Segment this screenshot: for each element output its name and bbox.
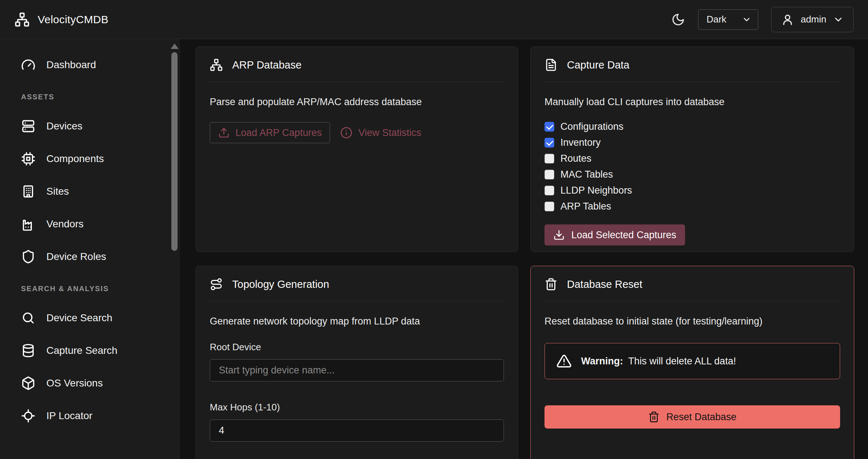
sidebar-item-device-search[interactable]: Device Search: [21, 307, 180, 328]
checkbox-label: LLDP Neighbors: [560, 185, 632, 196]
user-icon: [781, 13, 794, 26]
warning-message: This will delete ALL data!: [628, 356, 736, 367]
card-arp-database: ARP Database Parse and populate ARP/MAC …: [196, 46, 518, 252]
max-hops-label: Max Hops (1-10): [210, 402, 504, 413]
sidebar-section-search-analysis: SEARCH & ANALYSIS: [21, 285, 180, 293]
card-capture-data: Capture Data Manually load CLI captures …: [530, 46, 854, 252]
warning-banner: Warning:This will delete ALL data!: [544, 343, 840, 379]
card-database-reset: Database Reset Reset database to initial…: [530, 266, 854, 459]
sidebar-item-components[interactable]: Components: [21, 148, 180, 169]
moon-icon[interactable]: [671, 13, 685, 26]
search-icon: [21, 311, 36, 325]
sidebar-item-vendors[interactable]: Vendors: [21, 214, 180, 235]
checkbox-row-mac-tables[interactable]: MAC Tables: [544, 166, 840, 182]
chevron-down-icon: [742, 15, 751, 24]
sidebar-item-label: Devices: [46, 120, 83, 132]
database-icon: [21, 343, 36, 358]
download-icon: [553, 229, 565, 241]
warning-label: Warning:: [581, 356, 623, 367]
checkbox-row-configurations[interactable]: Configurations: [544, 119, 840, 135]
network-icon: [210, 58, 223, 71]
building-icon: [21, 184, 36, 199]
cpu-icon: [21, 152, 36, 166]
card-topology-generation: Topology Generation Generate network top…: [196, 266, 518, 459]
button-label: Reset Database: [666, 412, 736, 423]
sidebar-item-label: Sites: [46, 186, 69, 197]
sidebar-item-label: Vendors: [46, 218, 84, 230]
sidebar-item-label: Dashboard: [46, 59, 96, 71]
card-title: Capture Data: [567, 59, 630, 71]
locate-icon: [21, 409, 36, 423]
warning-triangle-icon: [556, 353, 572, 369]
user-name: admin: [801, 14, 826, 25]
sidebar-item-os-versions[interactable]: OS Versions: [21, 373, 180, 394]
route-icon: [210, 278, 223, 291]
load-arp-captures-button[interactable]: Load ARP Captures: [210, 122, 330, 143]
sidebar-item-dashboard[interactable]: Dashboard: [21, 54, 180, 75]
sidebar-item-label: Components: [46, 153, 104, 165]
checkbox-row-inventory[interactable]: Inventory: [544, 135, 840, 150]
card-description: Parse and populate ARP/MAC address datab…: [210, 96, 504, 108]
shield-icon: [21, 249, 36, 264]
sidebar-item-sites[interactable]: Sites: [21, 181, 180, 202]
sidebar-item-capture-search[interactable]: Capture Search: [21, 340, 180, 361]
checkbox-row-arp-tables[interactable]: ARP Tables: [544, 198, 840, 214]
header: VelocityCMDB Dark admin: [0, 0, 868, 39]
reset-database-button[interactable]: Reset Database: [544, 405, 840, 429]
checkbox[interactable]: [544, 202, 554, 211]
server-icon: [21, 119, 36, 133]
upload-icon: [218, 127, 230, 138]
trash-icon: [648, 411, 660, 423]
checkbox-row-routes[interactable]: Routes: [544, 150, 840, 166]
sidebar-item-label: Device Roles: [46, 251, 106, 262]
root-device-input[interactable]: [210, 359, 504, 381]
button-label: Load ARP Captures: [235, 127, 322, 138]
checkbox[interactable]: [544, 122, 554, 132]
network-icon: [14, 12, 30, 27]
sidebar-item-device-roles[interactable]: Device Roles: [21, 246, 180, 267]
checkbox-label: Inventory: [560, 137, 601, 148]
capture-type-checkbox-group: Configurations Inventory Routes MAC Tabl…: [544, 119, 840, 214]
theme-select[interactable]: Dark: [698, 9, 758, 30]
card-description: Manually load CLI captures into database: [544, 96, 840, 108]
max-hops-input[interactable]: [210, 419, 504, 442]
sidebar-item-ip-locator[interactable]: IP Locator: [21, 405, 180, 426]
sidebar-item-label: Capture Search: [46, 345, 117, 356]
button-label: View Statistics: [358, 127, 421, 138]
checkbox-label: Routes: [560, 153, 592, 164]
brand: VelocityCMDB: [14, 12, 108, 27]
checkbox-row-lldp-neighbors[interactable]: LLDP Neighbors: [544, 182, 840, 198]
sidebar: Dashboard ASSETS Devices Components Site: [0, 39, 180, 459]
checkbox-label: Configurations: [560, 121, 623, 132]
button-label: Load Selected Captures: [571, 230, 676, 241]
chevron-down-icon: [833, 14, 844, 25]
scroll-up-arrow[interactable]: [171, 44, 179, 49]
root-device-label: Root Device: [210, 342, 504, 353]
view-statistics-button[interactable]: View Statistics: [340, 122, 421, 143]
checkbox[interactable]: [544, 170, 554, 179]
user-menu-button[interactable]: admin: [771, 7, 854, 32]
scrollbar-thumb[interactable]: [171, 52, 178, 251]
checkbox[interactable]: [544, 186, 554, 195]
checkbox-label: MAC Tables: [560, 169, 613, 180]
gauge-icon: [21, 58, 36, 72]
sidebar-item-label: IP Locator: [46, 410, 92, 422]
card-title: ARP Database: [232, 59, 301, 71]
card-description: Reset database to initial state (for tes…: [544, 316, 840, 327]
main-content: ARP Database Parse and populate ARP/MAC …: [180, 39, 868, 459]
sidebar-item-label: OS Versions: [46, 377, 103, 389]
card-description: Generate network topology map from LLDP …: [210, 316, 504, 327]
app-title: VelocityCMDB: [38, 13, 108, 26]
warning-text: Warning:This will delete ALL data!: [581, 356, 736, 367]
card-title: Database Reset: [567, 278, 642, 290]
trash-icon: [544, 278, 558, 291]
theme-select-value: Dark: [706, 14, 726, 25]
package-icon: [21, 376, 36, 390]
load-selected-captures-button[interactable]: Load Selected Captures: [544, 224, 685, 245]
sidebar-item-label: Device Search: [46, 312, 112, 324]
checkbox[interactable]: [544, 138, 554, 148]
sidebar-item-devices[interactable]: Devices: [21, 116, 180, 137]
checkbox[interactable]: [544, 154, 554, 164]
sidebar-section-assets: ASSETS: [21, 93, 180, 101]
file-text-icon: [544, 58, 558, 71]
